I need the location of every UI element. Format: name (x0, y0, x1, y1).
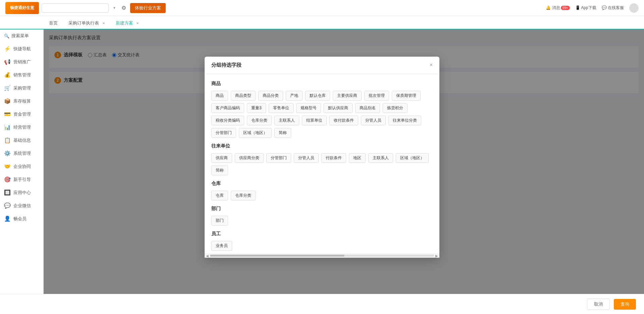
top-right-area: 🔔 消息99+ 📱 App下载 💬 在线客服 (546, 3, 639, 13)
marketing-icon: 📢 (4, 59, 11, 65)
field-tag[interactable]: 简称 (274, 128, 291, 138)
modal-body: 商品 商品 商品类型 商品分类 产地 默认仓库 主要供应商 批次管理 保质期管理… (205, 74, 439, 254)
field-tag[interactable]: 往来单位分类 (388, 116, 421, 125)
field-tag[interactable]: 业务员 (211, 241, 232, 251)
field-tag[interactable]: 主联系人 (368, 153, 393, 163)
search-icon: 🔍 (4, 34, 9, 39)
section-product-title: 商品 (211, 81, 433, 87)
field-tag[interactable]: 部门 (211, 216, 228, 226)
sidebar-search[interactable]: 🔍 搜索菜单 (0, 29, 43, 42)
tab-close-new-plan[interactable]: ✕ (136, 21, 139, 25)
section-counterpart-title: 往来单位 (211, 143, 433, 149)
tab-new-plan[interactable]: 新建方案 ✕ (110, 17, 145, 29)
system-icon: ⚙️ (4, 150, 11, 156)
notification-icon[interactable]: 🔔 消息99+ (546, 5, 570, 11)
modal-close-button[interactable]: × (430, 62, 433, 68)
sales-icon: 💰 (4, 72, 11, 78)
field-tag[interactable]: 主联系人 (274, 116, 299, 125)
field-tag[interactable]: 仓库 (211, 191, 228, 200)
field-tag[interactable]: 简称 (211, 166, 228, 175)
field-tag[interactable]: 供应商分类 (235, 153, 264, 163)
purchase-icon: 🛒 (4, 85, 11, 91)
field-tag[interactable]: 分管部门 (266, 153, 291, 163)
sidebar-item-sales[interactable]: 💰 销售管理 (0, 68, 43, 81)
online-service-link[interactable]: 💬 在线客服 (602, 5, 624, 11)
field-tag[interactable]: 商品别名 (355, 103, 380, 113)
sidebar-item-basic[interactable]: 📋 基础信息 (0, 134, 43, 147)
sidebar-item-member[interactable]: 👤 畅会员 (0, 212, 43, 225)
section-employee-title: 员工 (211, 231, 433, 237)
inventory-icon: 📦 (4, 98, 11, 104)
modal-footer: 取消 查询 (0, 294, 644, 314)
sidebar-item-operations[interactable]: 📊 经营管理 (0, 121, 43, 134)
field-tag[interactable]: 主要供应商 (333, 91, 362, 101)
modal-dialog: 分组待选字段 × 商品 商品 商品类型 商品分类 产地 默认仓库 主要供应商 批… (205, 57, 439, 258)
field-tag[interactable]: 默认供应商 (324, 103, 353, 113)
field-tag[interactable]: 区域（地区） (239, 128, 272, 138)
sidebar-item-finance[interactable]: 💳 资金管理 (0, 108, 43, 121)
field-tag[interactable]: 仓库分类 (231, 191, 256, 200)
field-tag[interactable]: 客户商品编码 (211, 103, 244, 113)
gear-icon[interactable]: ⚙ (120, 3, 127, 12)
field-tag[interactable]: 区域（地区） (396, 153, 429, 163)
user-avatar[interactable] (629, 3, 639, 13)
sidebar-item-purchase[interactable]: 🛒 采购管理 (0, 81, 43, 95)
field-tag[interactable]: 规格型号 (296, 103, 321, 113)
cancel-button[interactable]: 取消 (587, 299, 610, 310)
cooperation-icon: 🤝 (4, 163, 11, 170)
field-tag[interactable]: 供应商 (211, 153, 232, 163)
modal-title: 分组待选字段 (211, 62, 241, 68)
sidebar-item-appcenter[interactable]: 🔲 应用中心 (0, 186, 43, 199)
modal-hscrollbar[interactable]: ◀ ▶ (205, 254, 439, 258)
operations-icon: 📊 (4, 124, 11, 130)
field-tag[interactable]: 产地 (286, 91, 303, 101)
field-tag[interactable]: 分管人员 (294, 153, 319, 163)
sidebar-item-marketing[interactable]: 📢 营销推广 (0, 55, 43, 68)
field-tags-product: 商品 商品类型 商品分类 产地 默认仓库 主要供应商 批次管理 保质期管理 客户… (211, 91, 433, 138)
finance-icon: 💳 (4, 111, 11, 117)
newbie-icon: 🎯 (4, 176, 11, 183)
field-tags-counterpart: 供应商 供应商分类 分管部门 分管人员 付款条件 地区 主联系人 区域（地区） … (211, 153, 433, 175)
sidebar-item-corpwechat[interactable]: 💬 企业微信 (0, 199, 43, 212)
top-nav-search[interactable] (42, 3, 109, 13)
field-tag[interactable]: 结算单位 (302, 116, 327, 125)
tab-purchase-order[interactable]: 采购订单执行表 ✕ (63, 17, 110, 29)
tab-home[interactable]: 首页 (44, 17, 63, 29)
field-tag[interactable]: 商品 (211, 91, 228, 101)
field-tag[interactable]: 商品分类 (258, 91, 283, 101)
field-tag[interactable]: 收付款条件 (329, 116, 358, 125)
sidebar-item-newbie[interactable]: 🎯 新手引导 (0, 173, 43, 186)
tab-close-purchase[interactable]: ✕ (102, 21, 105, 25)
field-tag[interactable]: 分管部门 (211, 128, 236, 138)
logo: 畅捷通好生意 (5, 2, 39, 14)
section-warehouse-title: 仓库 (211, 181, 433, 187)
field-tag[interactable]: 付款条件 (321, 153, 346, 163)
confirm-button[interactable]: 查询 (614, 299, 636, 310)
sidebar-item-inventory[interactable]: 📦 库存核算 (0, 95, 43, 108)
field-tag[interactable]: 保质期管理 (392, 91, 421, 101)
field-tag[interactable]: 税收分类编码 (211, 116, 244, 125)
field-tag[interactable]: 地区 (349, 153, 366, 163)
field-tag[interactable]: 分管人员 (361, 116, 386, 125)
field-tags-warehouse: 仓库 仓库分类 (211, 191, 433, 200)
member-icon: 👤 (4, 215, 11, 222)
field-tag[interactable]: 零售单位 (269, 103, 293, 113)
field-tag[interactable]: 重量3 (247, 103, 266, 113)
app-download-link[interactable]: 📱 App下载 (575, 5, 596, 11)
hscroll-left-arrow[interactable]: ◀ (206, 254, 209, 258)
field-tag[interactable]: 批次管理 (364, 91, 389, 101)
modal-header: 分组待选字段 × (205, 57, 439, 74)
basic-icon: 📋 (4, 137, 11, 143)
hscroll-right-arrow[interactable]: ▶ (435, 254, 438, 258)
field-tag[interactable]: 商品类型 (231, 91, 256, 101)
sidebar-item-system[interactable]: ⚙️ 系统管理 (0, 147, 43, 160)
experience-button[interactable]: 体验行业方案 (130, 3, 166, 13)
corpwechat-icon: 💬 (4, 202, 11, 209)
field-tag[interactable]: 炼货积分 (383, 103, 408, 113)
sidebar-item-quicknav[interactable]: ⚡ 快捷导航 (0, 42, 43, 55)
field-tag[interactable]: 默认仓库 (305, 91, 330, 101)
field-tags-employee: 业务员 (211, 241, 433, 251)
quicknav-icon: ⚡ (4, 46, 11, 52)
sidebar-item-cooperation[interactable]: 🤝 企业协同 (0, 160, 43, 173)
field-tag[interactable]: 仓库分类 (247, 116, 272, 125)
